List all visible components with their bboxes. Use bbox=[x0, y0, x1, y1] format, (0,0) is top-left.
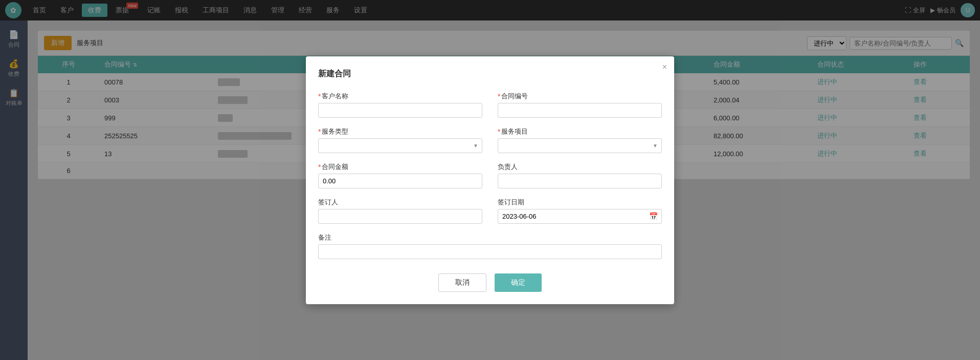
sign-date-row: 签订日期 📅 bbox=[498, 198, 662, 224]
service-item-row: * 服务项目 ▼ bbox=[498, 127, 662, 153]
contract-amount-label: * 合同金额 bbox=[318, 162, 482, 172]
service-type-label: * 服务类型 bbox=[318, 127, 482, 136]
responsible-person-input[interactable] bbox=[498, 174, 662, 188]
contract-no-label: * 合同编号 bbox=[498, 92, 662, 101]
sign-date-input[interactable] bbox=[498, 209, 662, 224]
service-item-input[interactable] bbox=[498, 138, 662, 153]
responsible-person-row: 负责人 bbox=[498, 162, 662, 188]
signatory-label: 签订人 bbox=[318, 198, 482, 207]
cancel-button[interactable]: 取消 bbox=[438, 273, 486, 292]
modal-overlay: × 新建合同 * 客户名称 * 合同编号 bbox=[28, 20, 980, 360]
customer-name-row: * 客户名称 bbox=[318, 92, 482, 118]
dialog-title: 新建合同 bbox=[318, 69, 662, 79]
main-layout: 📄 合同 💰 收费 📋 对账单 新增 服务项目 进行中 已完成 已终止 bbox=[0, 20, 980, 360]
content-area: 新增 服务项目 进行中 已完成 已终止 🔍 序号 bbox=[28, 20, 980, 360]
remark-label: 备注 bbox=[318, 233, 662, 242]
dialog-footer: 取消 确定 bbox=[318, 273, 662, 292]
sign-date-label: 签订日期 bbox=[498, 198, 662, 207]
contract-no-input[interactable] bbox=[498, 103, 662, 118]
service-type-input[interactable] bbox=[318, 138, 482, 153]
remark-input[interactable] bbox=[318, 244, 662, 259]
service-type-row: * 服务类型 ▼ bbox=[318, 127, 482, 153]
customer-name-input[interactable] bbox=[318, 103, 482, 118]
contract-no-row: * 合同编号 bbox=[498, 92, 662, 118]
service-item-wrapper: ▼ bbox=[498, 138, 662, 153]
sign-date-wrapper: 📅 bbox=[498, 209, 662, 224]
dialog-close-button[interactable]: × bbox=[662, 62, 667, 72]
confirm-button[interactable]: 确定 bbox=[495, 273, 542, 292]
contract-amount-input[interactable] bbox=[318, 174, 482, 188]
service-type-wrapper: ▼ bbox=[318, 138, 482, 153]
signatory-row: 签订人 bbox=[318, 198, 482, 224]
remark-row: 备注 bbox=[318, 233, 662, 259]
signatory-input[interactable] bbox=[318, 209, 482, 224]
responsible-person-label: 负责人 bbox=[498, 162, 662, 172]
new-contract-dialog: × 新建合同 * 客户名称 * 合同编号 bbox=[306, 56, 674, 304]
service-item-label: * 服务项目 bbox=[498, 127, 662, 136]
contract-amount-row: * 合同金额 bbox=[318, 162, 482, 188]
customer-name-label: * 客户名称 bbox=[318, 92, 482, 101]
form-grid: * 客户名称 * 合同编号 bbox=[318, 92, 662, 259]
